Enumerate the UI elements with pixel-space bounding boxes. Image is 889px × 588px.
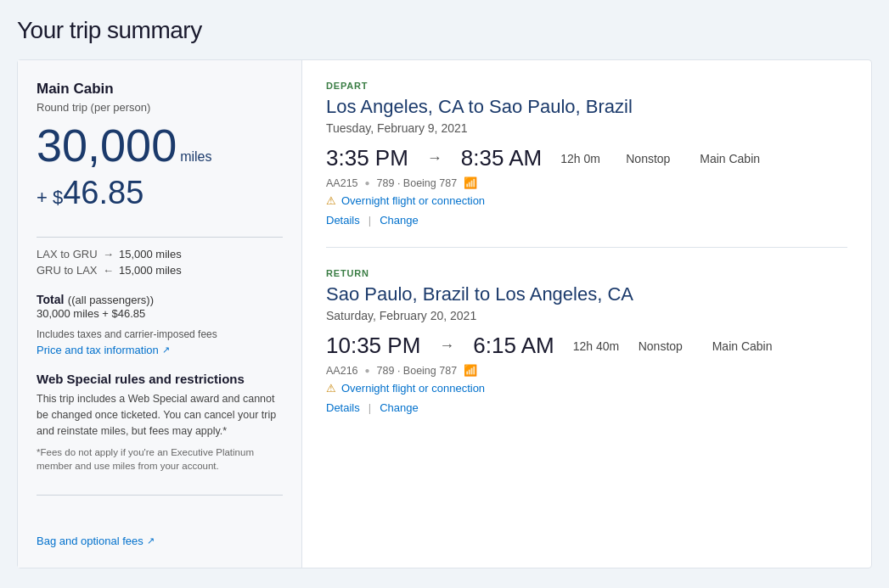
depart-overnight-link[interactable]: Overnight flight or connection xyxy=(341,194,485,207)
round-trip-label: Round trip (per person) xyxy=(37,101,283,114)
depart-info-row: AA215 ● 789 · Boeing 787 📶 xyxy=(326,176,847,189)
return-time-arrive: 6:15 AM xyxy=(473,333,554,359)
route-table: LAX to GRU → 15,000 miles GRU to LAX ← 1… xyxy=(37,248,283,280)
depart-segment-type: DEPART xyxy=(326,81,847,91)
return-arrow-icon: → xyxy=(439,337,454,355)
depart-route-title: Los Angeles, CA to Sao Paulo, Brazil xyxy=(326,96,847,118)
wifi-icon-depart: 📶 xyxy=(464,176,477,189)
return-details-link[interactable]: Details xyxy=(326,401,360,414)
depart-cabin: Main Cabin xyxy=(700,152,760,165)
depart-segment: DEPART Los Angeles, CA to Sao Paulo, Bra… xyxy=(326,81,847,247)
return-info-row: AA216 ● 789 · Boeing 787 📶 xyxy=(326,364,847,377)
depart-time-depart: 3:35 PM xyxy=(326,145,408,171)
web-special-title: Web Special rules and restrictions xyxy=(37,372,283,386)
return-change-link[interactable]: Change xyxy=(380,401,419,414)
dot-sep-2: ● xyxy=(365,366,370,375)
route-row-2: GRU to LAX ← 15,000 miles xyxy=(37,264,283,277)
warning-icon-depart: ⚠ xyxy=(326,194,336,207)
external-link-icon-2: ↗ xyxy=(147,535,155,546)
depart-flight-row: 3:35 PM → 8:35 AM 12h 0m Nonstop Main Ca… xyxy=(326,145,847,171)
depart-time-arrive: 8:35 AM xyxy=(461,145,542,171)
route-label-2: GRU to LAX xyxy=(37,264,98,277)
miles-row: 30,000 miles xyxy=(37,122,283,170)
route-row-1: LAX to GRU → 15,000 miles xyxy=(37,248,283,260)
depart-arrow-icon: → xyxy=(427,149,442,167)
cash-plus: + $ xyxy=(37,187,63,208)
depart-duration: 12h 0m xyxy=(560,152,607,165)
right-panel: DEPART Los Angeles, CA to Sao Paulo, Bra… xyxy=(302,60,871,568)
return-cabin: Main Cabin xyxy=(712,339,773,353)
warning-icon-return: ⚠ xyxy=(326,382,336,395)
return-overnight-row: ⚠ Overnight flight or connection xyxy=(326,382,847,395)
return-aircraft: 789 · Boeing 787 xyxy=(377,365,458,377)
wifi-icon-return: 📶 xyxy=(464,364,477,377)
route-miles-1: 15,000 miles xyxy=(119,248,182,260)
miles-word: miles xyxy=(180,149,211,165)
depart-change-link[interactable]: Change xyxy=(380,214,419,227)
total-suffix: ((all passengers)) xyxy=(68,294,154,306)
cash-row: + $46.85 xyxy=(37,175,283,211)
left-panel: Main Cabin Round trip (per person) 30,00… xyxy=(18,60,302,568)
route-arrow-2: ← xyxy=(103,264,114,277)
return-segment-type: RETURN xyxy=(326,268,847,278)
dot-sep-1: ● xyxy=(365,178,370,188)
page-title: Your trip summary xyxy=(17,17,872,44)
total-value: 30,000 miles + $46.85 xyxy=(37,307,283,320)
return-time-depart: 10:35 PM xyxy=(326,333,420,359)
depart-actions: Details | Change xyxy=(326,214,847,227)
return-date: Saturday, February 20, 2021 xyxy=(326,309,847,322)
route-label-1: LAX to GRU xyxy=(37,248,98,260)
pipe-sep-1: | xyxy=(369,214,371,227)
total-label: Total xyxy=(37,293,64,306)
external-link-icon: ↗ xyxy=(162,344,170,356)
return-actions: Details | Change xyxy=(326,401,847,414)
depart-date: Tuesday, February 9, 2021 xyxy=(326,121,847,135)
fee-note: *Fees do not apply if you're an Executiv… xyxy=(37,445,283,473)
depart-details-link[interactable]: Details xyxy=(326,214,360,227)
cabin-type-label: Main Cabin xyxy=(37,81,283,98)
price-tax-link[interactable]: Price and tax information ↗ xyxy=(37,344,283,356)
cash-amount: 46.85 xyxy=(63,175,143,210)
return-flight-number: AA216 xyxy=(326,365,358,377)
route-arrow-1: → xyxy=(103,248,114,260)
return-route-title: Sao Paulo, Brazil to Los Angeles, CA xyxy=(326,283,847,305)
bag-fees-link[interactable]: Bag and optional fees ↗ xyxy=(37,535,283,547)
tax-note: Includes taxes and carrier-imposed fees xyxy=(37,328,283,340)
depart-aircraft: 789 · Boeing 787 xyxy=(377,177,458,189)
depart-nonstop: Nonstop xyxy=(626,152,681,165)
pipe-sep-2: | xyxy=(369,401,371,414)
trip-summary-card: Main Cabin Round trip (per person) 30,00… xyxy=(17,59,872,568)
total-section: Total ((all passengers)) 30,000 miles + … xyxy=(37,292,283,320)
return-duration: 12h 40m xyxy=(573,339,620,353)
divider-2 xyxy=(37,495,283,496)
miles-amount: 30,000 xyxy=(37,122,177,168)
return-segment: RETURN Sao Paulo, Brazil to Los Angeles,… xyxy=(326,247,847,434)
return-flight-row: 10:35 PM → 6:15 AM 12h 40m Nonstop Main … xyxy=(326,333,847,359)
route-miles-2: 15,000 miles xyxy=(119,264,182,277)
web-special-text: This trip includes a Web Special award a… xyxy=(37,391,283,439)
divider-1 xyxy=(37,237,283,238)
depart-overnight-row: ⚠ Overnight flight or connection xyxy=(326,194,847,207)
return-nonstop: Nonstop xyxy=(639,339,694,353)
return-overnight-link[interactable]: Overnight flight or connection xyxy=(341,382,485,395)
depart-flight-number: AA215 xyxy=(326,177,358,189)
